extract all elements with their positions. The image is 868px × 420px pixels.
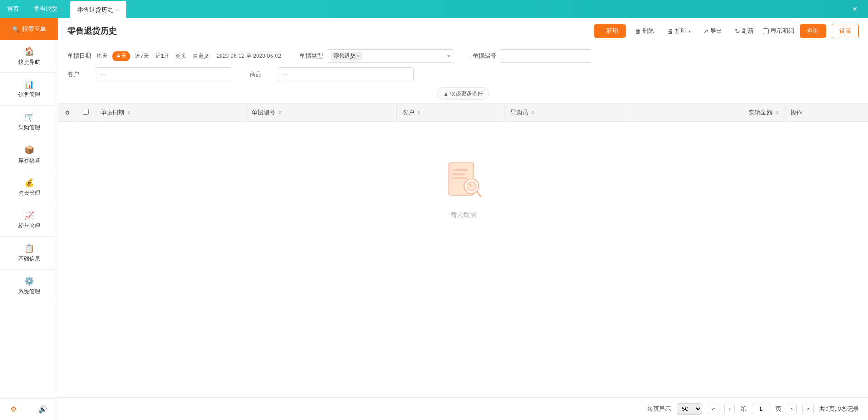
page-unit: 页 (776, 405, 781, 413)
system-mgmt-icon: ⚙️ (24, 276, 34, 286)
sidebar-item-operations[interactable]: 📈 经营管理 (0, 204, 58, 237)
page-actions: + 新增 🗑 删除 🖨 打印 ▾ ↗ 导出 ↻ (594, 24, 859, 38)
collapse-button[interactable]: ▲ 收起更多条件 (437, 87, 489, 100)
voucher-type-tag-remove[interactable]: × (357, 53, 360, 59)
pagination-bar: 每页显示 10 20 50 100 « ‹ 第 页 › » 共0页, 0条记录 (58, 397, 868, 420)
svg-rect-1 (452, 169, 468, 171)
tab-retail-return-history[interactable]: 零售退货历史 × (70, 1, 126, 19)
settings-button[interactable]: 设置 (832, 24, 859, 38)
last-page-button[interactable]: » (802, 404, 814, 414)
select-all-checkbox[interactable] (83, 109, 89, 115)
th-actual-amount[interactable]: 实销金额 ⇕ (634, 104, 785, 122)
page-label: 第 (740, 405, 746, 413)
customer-input[interactable]: ··· (95, 67, 231, 81)
voucher-no-input[interactable] (500, 49, 591, 63)
th-guide-label: 导购员 (510, 109, 528, 116)
settings-gear-icon[interactable]: ⚙ (10, 405, 17, 414)
th-voucher-no-label: 单据编号 (252, 109, 275, 116)
current-page-input[interactable] (752, 404, 770, 414)
sidebar-bottom: ⚙ 🔊 (0, 398, 58, 420)
empty-state: 暂无数据 (58, 122, 868, 256)
tab-home[interactable]: 首页 (0, 0, 26, 18)
th-voucher-date[interactable]: 单据日期 ⇕ (95, 104, 246, 122)
date-option-custom[interactable]: 自定义 (191, 51, 211, 61)
table-header-row: ⚙ 单据日期 ⇕ 单据编号 ⇕ (58, 104, 868, 122)
goods-input[interactable]: ··· (277, 67, 414, 81)
date-option-more[interactable]: 更多 (174, 51, 188, 61)
date-options: 昨天 今天 近7天 近1月 更多 自定义 (95, 51, 211, 61)
prev-page-button[interactable]: ‹ (724, 404, 734, 414)
main-layout: 🔍 搜索菜单 🏠 快捷导航 📊 销售管理 🛒 采购管理 📦 库存核算 💰 (0, 18, 868, 420)
refresh-button[interactable]: ↻ 刷新 (731, 25, 757, 37)
th-customer[interactable]: 客户 ⇕ (396, 104, 504, 122)
print-button[interactable]: 🖨 打印 ▾ (663, 25, 694, 37)
show-detail-checkbox[interactable] (763, 28, 769, 34)
voucher-type-input[interactable]: 零售退货 × ▾ (327, 49, 454, 63)
sidebar-item-sales-mgmt[interactable]: 📊 销售管理 (0, 73, 58, 106)
sort-voucher-date-icon: ⇕ (127, 110, 131, 115)
print-icon: 🖨 (667, 28, 673, 35)
top-bar: 首页 零售退货 × 零售退货历史 × × (0, 0, 868, 18)
sort-voucher-no-icon: ⇕ (278, 110, 282, 115)
date-filter-label: 单据日期 (67, 52, 95, 60)
th-voucher-no[interactable]: 单据编号 ⇕ (246, 104, 396, 122)
date-option-7days[interactable]: 近7天 (133, 51, 151, 61)
filter-row-1: 单据日期 昨天 今天 近7天 近1月 更多 自定义 2023-06-02 至 2… (67, 49, 859, 63)
sidebar-item-quick-nav[interactable]: 🏠 快捷导航 (0, 40, 58, 73)
per-page-label: 每页显示 (647, 405, 671, 413)
date-option-yesterday[interactable]: 昨天 (95, 51, 109, 61)
sidebar-item-finance[interactable]: 💰 资金管理 (0, 171, 58, 204)
table-wrap: ⚙ 单据日期 ⇕ 单据编号 ⇕ (58, 104, 868, 397)
first-page-button[interactable]: « (708, 404, 719, 414)
sort-actual-amount-icon: ⇕ (776, 110, 779, 115)
svg-line-6 (477, 191, 481, 196)
show-detail-checkbox-label[interactable]: 显示明细 (763, 27, 794, 35)
tab-retail-return-close[interactable]: × (60, 6, 63, 12)
tab-retail-return-history-close[interactable]: × (116, 7, 118, 13)
voucher-type-tag: 零售退货 × (331, 52, 362, 61)
volume-icon[interactable]: 🔊 (38, 405, 47, 414)
filter-row-2: 客户 ··· 商品 ··· (67, 67, 859, 81)
sales-icon: 📊 (24, 79, 34, 89)
sidebar-item-inventory[interactable]: 📦 库存核算 (0, 138, 58, 171)
export-button[interactable]: ↗ 导出 (700, 25, 726, 37)
sidebar-item-basic-info[interactable]: 📋 基础信息 (0, 237, 58, 270)
delete-icon: 🗑 (635, 28, 641, 35)
total-info: 共0页, 0条记录 (819, 405, 859, 413)
gear-icon: ⚙ (65, 109, 70, 116)
empty-text: 暂无数据 (451, 211, 476, 219)
sort-guide-icon: ⇕ (531, 110, 534, 115)
add-button[interactable]: + 新增 (594, 24, 626, 38)
goods-dots: ··· (281, 70, 288, 79)
date-range-text: 2023-06-02 至 2023-06-02 (216, 52, 281, 60)
voucher-no-label: 单据编号 (473, 52, 500, 60)
empty-row: 暂无数据 (58, 122, 868, 256)
export-icon: ↗ (704, 28, 709, 35)
page-header: 零售退货历史 + 新增 🗑 删除 🖨 打印 ▾ ↗ 导出 (58, 18, 868, 104)
th-gear[interactable]: ⚙ (58, 104, 77, 122)
sidebar-search[interactable]: 🔍 搜索菜单 (0, 18, 58, 40)
th-actual-amount-label: 实销金额 (749, 109, 772, 116)
date-option-1month[interactable]: 近1月 (154, 51, 171, 61)
svg-point-5 (467, 182, 476, 191)
query-button[interactable]: 查询 (800, 24, 826, 38)
th-guide[interactable]: 导购员 ⇕ (504, 104, 634, 122)
th-customer-label: 客户 (402, 109, 414, 116)
sort-customer-icon: ⇕ (417, 110, 421, 115)
per-page-select[interactable]: 10 20 50 100 (677, 403, 702, 415)
th-voucher-date-label: 单据日期 (101, 109, 124, 116)
quick-nav-icon: 🏠 (24, 46, 34, 56)
date-option-today[interactable]: 今天 (112, 51, 130, 61)
operations-icon: 📈 (24, 210, 34, 220)
next-page-button[interactable]: › (787, 404, 797, 414)
refresh-icon: ↻ (735, 28, 740, 35)
delete-button[interactable]: 🗑 删除 (631, 25, 658, 37)
th-checkbox[interactable] (77, 104, 95, 122)
th-operation: 操作 (785, 104, 868, 122)
window-close-button[interactable]: × (848, 5, 861, 14)
tab-retail-return[interactable]: 零售退货 × (26, 0, 70, 18)
print-chevron-icon: ▾ (688, 29, 691, 34)
sidebar-item-system-mgmt[interactable]: ⚙️ 系统管理 (0, 270, 58, 302)
sidebar-item-purchase-mgmt[interactable]: 🛒 采购管理 (0, 106, 58, 138)
finance-icon: 💰 (24, 178, 34, 188)
